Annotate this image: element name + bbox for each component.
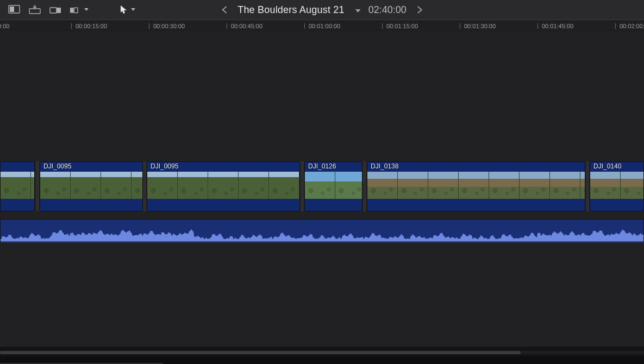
svg-rect-1 (10, 7, 14, 12)
video-clip[interactable]: DJI_0138 (367, 161, 585, 211)
video-clip[interactable]: DJI_0126 (304, 161, 362, 211)
svg-rect-4 (57, 8, 61, 13)
chevron-down-icon (355, 9, 361, 13)
toolbar-left-group (0, 4, 136, 15)
clip-gap (586, 161, 589, 211)
clip-label: DJI_0126 (308, 162, 336, 170)
clip-gap (36, 161, 39, 211)
timeline-ruler[interactable]: 0:0000:00:15:0000:00:30:0000:00:45:0000:… (0, 20, 644, 32)
project-name: The Boulders August 21 (237, 4, 345, 16)
video-clip[interactable]: DJI_0095 (147, 161, 300, 211)
clip-label: DJI_0140 (593, 162, 621, 170)
chevron-down-icon (84, 8, 88, 11)
ruler-tick-label: 00:01:45:00 (542, 23, 573, 29)
audio-track-clip[interactable]: ers (0, 219, 644, 243)
next-edit-button[interactable] (416, 6, 424, 14)
clip-gap (143, 161, 146, 211)
ruler-tick-label: 00:02:00:00 (620, 23, 644, 29)
chevron-down-icon (131, 8, 135, 11)
bottom-strip (0, 356, 644, 364)
clip-thumbnails (147, 172, 299, 199)
clip-label: DJI_0138 (371, 162, 398, 170)
clip-thumbnails (590, 172, 643, 199)
append-clip-button[interactable] (49, 4, 62, 15)
overwrite-clip-button[interactable] (70, 4, 88, 15)
ruler-tick-label: 00:00:15:00 (76, 23, 107, 29)
prev-edit-button[interactable] (220, 6, 228, 14)
svg-rect-5 (70, 8, 74, 12)
video-clip[interactable]: DJI_0140 (590, 161, 644, 211)
ruler-tick-label: 0:00 (0, 23, 9, 29)
timeline-toolbar: The Boulders August 21 02:40:00 (0, 0, 644, 20)
clip-thumbnails (1, 172, 34, 199)
ruler-tick-label: 00:00:30:00 (153, 23, 185, 29)
toolbar-center-group: The Boulders August 21 02:40:00 (220, 4, 424, 16)
insert-clip-button[interactable] (28, 4, 41, 15)
svg-rect-2 (29, 9, 40, 14)
timecode-display[interactable]: 02:40:00 (368, 4, 407, 16)
clip-thumbnails (367, 172, 585, 199)
audio-waveform (1, 229, 643, 241)
clip-label: DJI_0095 (151, 162, 178, 170)
clip-gap (363, 161, 366, 211)
clip-thumbnails (305, 172, 362, 199)
svg-rect-6 (74, 8, 78, 12)
svg-rect-3 (50, 8, 57, 13)
clip-gap (301, 161, 304, 211)
ruler-tick-label: 00:01:00:00 (309, 23, 340, 29)
ruler-tick-label: 00:01:30:00 (464, 23, 496, 29)
ruler-tick-label: 00:01:15:00 (386, 23, 418, 29)
clip-thumbnails (40, 172, 142, 199)
ruler-tick-label: 00:00:45:00 (231, 23, 262, 29)
horizontal-scrollbar-track[interactable] (0, 351, 644, 354)
select-tool-button[interactable] (120, 4, 136, 15)
clip-label: DJI_0095 (43, 162, 71, 170)
project-title-block[interactable]: The Boulders August 21 02:40:00 (237, 4, 407, 16)
timeline-canvas[interactable]: DJI_0095DJI_0095DJI_0126DJI_0138DJI_0140… (0, 32, 644, 347)
video-clip[interactable]: DJI_0095 (40, 161, 143, 211)
horizontal-scrollbar-thumb[interactable] (0, 351, 521, 354)
index-button[interactable] (8, 4, 21, 15)
timeline-scroll-area (0, 347, 644, 364)
video-clip[interactable] (0, 161, 35, 211)
